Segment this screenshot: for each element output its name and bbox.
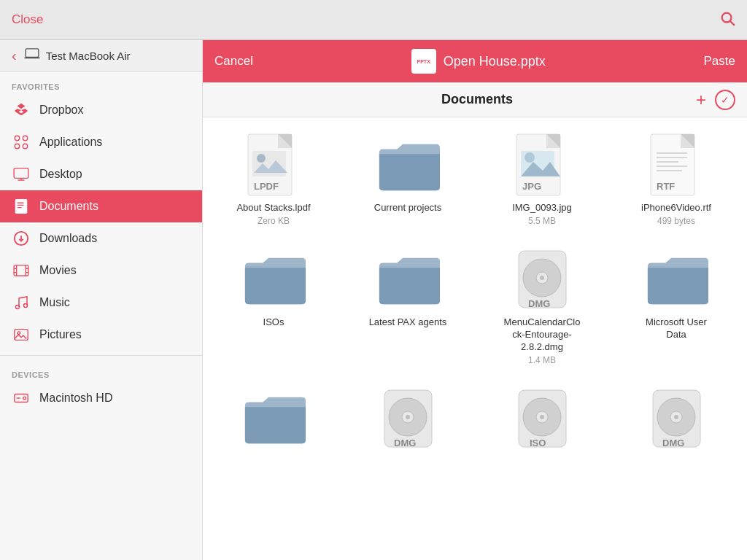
sidebar-item-label: Music: [39, 296, 70, 309]
file-name: About Stacks.lpdf: [236, 202, 310, 214]
laptop-icon: [24, 48, 40, 63]
sidebar-item-label: Downloads: [39, 232, 97, 245]
file-size: 5.5 MB: [528, 216, 556, 226]
back-arrow-icon[interactable]: ‹: [12, 47, 17, 64]
sidebar-item-label: Applications: [39, 136, 102, 149]
file-name: Latest PAX agents: [369, 316, 447, 329]
top-bar: Close: [0, 0, 747, 40]
paste-button[interactable]: Paste: [704, 54, 735, 69]
close-button[interactable]: Close: [12, 12, 43, 27]
sidebar-item-applications[interactable]: Applications: [0, 126, 202, 158]
svg-rect-11: [15, 199, 28, 214]
pictures-icon: [12, 325, 31, 344]
svg-text:DMG: DMG: [394, 438, 416, 448]
svg-point-5: [23, 136, 27, 140]
sidebar-item-label: Movies: [39, 264, 77, 277]
svg-point-28: [23, 397, 26, 400]
file-item-microsoft-user[interactable]: Microsoft User Data: [613, 239, 740, 371]
file-name: Microsoft User Data: [636, 316, 716, 341]
file-item-10[interactable]: DMG: [344, 378, 471, 457]
file-item-latest-pax[interactable]: Latest PAX agents: [344, 239, 471, 371]
sidebar-item-desktop[interactable]: Desktop: [0, 158, 202, 190]
svg-point-7: [23, 144, 27, 148]
svg-text:JPG: JPG: [522, 181, 541, 192]
svg-text:DMG: DMG: [662, 438, 684, 448]
sidebar-item-downloads[interactable]: Downloads: [0, 222, 202, 254]
svg-rect-14: [18, 207, 22, 208]
check-button[interactable]: ✓: [715, 90, 735, 110]
file-item-about-stacks[interactable]: LPDF About Stacks.lpdf Zero KB: [210, 125, 337, 232]
file-grid: LPDF About Stacks.lpdf Zero KB Current p…: [203, 117, 747, 560]
jpg-icon: JPG: [509, 132, 575, 198]
content-area: Cancel PPTX Open House.pptx Paste Docume…: [203, 40, 747, 560]
svg-point-71: [674, 415, 678, 419]
svg-rect-3: [24, 57, 39, 58]
file-size: Zero KB: [258, 216, 290, 226]
sidebar-item-macintosh-hd[interactable]: Macintosh HD: [0, 382, 202, 414]
file-size: 499 bytes: [657, 216, 695, 226]
svg-point-4: [15, 136, 19, 140]
folder-icon: [241, 386, 306, 451]
file-item-iphone6video[interactable]: RTF iPhone6Video.rtf 499 bytes: [613, 125, 740, 232]
cancel-button[interactable]: Cancel: [214, 54, 253, 69]
file-name: ISOs: [263, 316, 285, 329]
folder-icon: [241, 246, 306, 312]
docs-header: Documents + ✓: [203, 82, 747, 117]
svg-point-26: [18, 332, 20, 335]
svg-rect-8: [14, 168, 28, 179]
file-name: Current projects: [374, 202, 441, 214]
svg-point-23: [16, 306, 20, 309]
documents-icon: [12, 197, 31, 216]
hd-icon: [12, 389, 31, 408]
svg-text:LPDF: LPDF: [254, 181, 279, 192]
action-file-name: Open House.pptx: [444, 54, 546, 69]
svg-point-24: [24, 304, 28, 308]
file-item-9[interactable]: [210, 378, 337, 457]
file-item-img0093[interactable]: JPG IMG_0093.jpg 5.5 MB: [479, 125, 605, 232]
sidebar-item-label: Macintosh HD: [39, 392, 112, 405]
docs-title: Documents: [258, 92, 696, 107]
file-item-isos[interactable]: ISOs: [210, 239, 337, 371]
file-icon: PPTX: [411, 49, 436, 74]
folder-icon: [375, 246, 441, 312]
favorites-label: FAVORITES: [0, 72, 202, 94]
file-item-menu-calendar[interactable]: DMG MenuCalendarClock-Entourage-2.8.2.dm…: [479, 239, 605, 371]
folder-icon: [643, 246, 709, 312]
sidebar-item-movies[interactable]: Movies: [0, 254, 202, 287]
device-name: Test MacBook Air: [46, 50, 131, 62]
dmg-icon: DMG: [643, 386, 709, 451]
sidebar-item-documents[interactable]: Documents: [0, 190, 202, 222]
device-row[interactable]: ‹ Test MacBook Air: [0, 40, 202, 72]
iso-icon: ISO: [509, 386, 575, 451]
add-button[interactable]: +: [696, 90, 706, 110]
file-item-12[interactable]: DMG: [613, 378, 740, 457]
movies-icon: [12, 261, 31, 280]
search-icon[interactable]: [719, 10, 735, 30]
sidebar-item-label: Desktop: [39, 168, 82, 181]
file-name: IMG_0093.jpg: [512, 202, 572, 214]
svg-text:ISO: ISO: [530, 438, 546, 448]
file-item-11[interactable]: ISO: [479, 378, 605, 457]
sidebar-item-label: Documents: [39, 200, 98, 213]
file-name: iPhone6Video.rtf: [641, 202, 711, 214]
sidebar-item-dropbox[interactable]: Dropbox: [0, 94, 202, 126]
svg-line-1: [730, 21, 734, 25]
file-item-current-projects[interactable]: Current projects: [344, 125, 471, 232]
sidebar-item-pictures[interactable]: Pictures: [0, 319, 202, 351]
svg-point-61: [406, 415, 410, 419]
svg-point-6: [15, 144, 19, 148]
svg-point-41: [525, 152, 535, 163]
devices-label: DEVICES: [0, 360, 202, 382]
svg-point-66: [540, 415, 544, 419]
file-info: PPTX Open House.pptx: [411, 49, 546, 74]
dropbox-icon: [12, 101, 31, 120]
action-bar: Cancel PPTX Open House.pptx Paste: [203, 40, 747, 82]
svg-point-56: [540, 276, 544, 280]
music-icon: [12, 293, 31, 312]
lpdf-icon: LPDF: [241, 132, 306, 198]
folder-icon: [375, 132, 441, 198]
sidebar-item-label: Pictures: [39, 328, 82, 341]
sidebar-item-music[interactable]: Music: [0, 287, 202, 319]
svg-point-34: [257, 154, 266, 163]
sidebar: ‹ Test MacBook Air FAVORITES Dropbox: [0, 40, 203, 560]
